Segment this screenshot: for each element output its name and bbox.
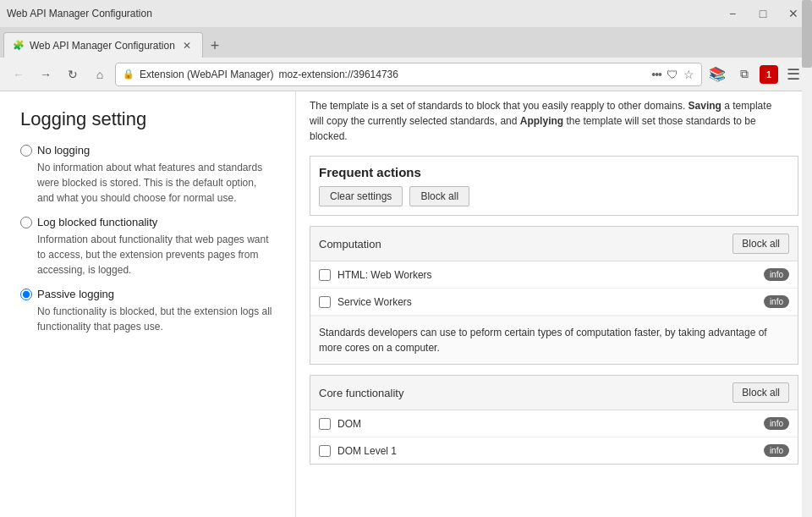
url-icons: ••• 🛡 ☆ (651, 68, 694, 81)
no-logging-text: No logging (37, 144, 90, 157)
html-web-workers-info-badge[interactable]: info (764, 268, 789, 281)
passive-logging-label[interactable]: Passive logging (20, 288, 275, 300)
window-controls: − □ ✕ (721, 2, 805, 25)
log-blocked-label[interactable]: Log blocked functionality (20, 216, 275, 228)
computation-title: Computation (319, 238, 381, 250)
block-all-frequent-button[interactable]: Block all (409, 186, 469, 206)
home-button[interactable]: ⌂ (88, 63, 112, 86)
frequent-actions-buttons: Clear settings Block all (319, 186, 789, 206)
core-functionality-title: Core functionality (319, 387, 403, 399)
tab-close-button[interactable]: ✕ (180, 39, 194, 52)
computation-description: Standards developers can use to peform c… (310, 316, 798, 364)
frequent-actions-section: Frequent actions Clear settings Block al… (310, 156, 798, 216)
service-workers-label: Service Workers (337, 296, 764, 308)
tab-label: Web API Manager Configuration (30, 40, 175, 52)
maximize-button[interactable]: □ (751, 2, 775, 25)
sidebar-button[interactable]: ⧉ (732, 63, 756, 86)
panel-title: Logging setting (20, 108, 275, 130)
scrollbar-track (802, 91, 812, 517)
computation-section-header: Computation Block all (310, 227, 798, 261)
html-web-workers-label: HTML: Web Workers (337, 269, 764, 281)
minimize-button[interactable]: − (721, 2, 744, 25)
active-tab[interactable]: 🧩 Web API Manager Configuration ✕ (3, 32, 203, 58)
notification-badge[interactable]: 1 (760, 65, 778, 84)
extension-icon: 🧩 (13, 40, 25, 51)
frequent-actions-title: Frequent actions (319, 165, 789, 179)
dom-level-1-checkbox[interactable] (319, 445, 331, 457)
back-button[interactable]: ← (7, 63, 30, 86)
dom-checkbox[interactable] (319, 418, 331, 430)
saving-bold: Saving (689, 100, 721, 112)
library-button[interactable]: 📚 (705, 63, 729, 86)
dom-level-1-info-badge[interactable]: info (764, 444, 789, 457)
html-web-workers-row: HTML: Web Workers info (310, 261, 798, 289)
nav-bar: ← → ↻ ⌂ 🔒 Extension (WebAPI Manager) moz… (0, 58, 812, 91)
passive-logging-radio[interactable] (20, 289, 32, 300)
clear-settings-button[interactable]: Clear settings (319, 186, 403, 206)
core-functionality-section: Core functionality Block all DOM info DO… (310, 375, 798, 465)
browser-frame: Web API Manager Configuration − □ ✕ 🧩 We… (0, 0, 812, 517)
no-logging-radio[interactable] (20, 145, 32, 157)
computation-section: Computation Block all HTML: Web Workers … (310, 226, 798, 365)
title-bar-text: Web API Manager Configuration (7, 8, 152, 19)
log-blocked-desc: Information about functionality that web… (37, 232, 275, 278)
html-web-workers-checkbox[interactable] (319, 269, 331, 281)
passive-logging-text: Passive logging (37, 288, 114, 300)
passive-logging-desc: No functionality is blocked, but the ext… (37, 304, 275, 334)
url-text: moz-extension://39614736 (279, 69, 647, 80)
star-icon[interactable]: ☆ (683, 68, 694, 81)
extension-label: Extension (WebAPI Manager) (140, 69, 274, 80)
dom-info-badge[interactable]: info (764, 417, 789, 430)
more-icon[interactable]: ••• (651, 68, 661, 81)
intro-text: The template is a set of standards to bl… (310, 98, 798, 144)
radio-option-log-blocked: Log blocked functionality Information ab… (20, 216, 275, 278)
applying-bold: Applying (520, 115, 563, 127)
no-logging-desc: No information about what features and s… (37, 160, 275, 206)
log-blocked-text: Log blocked functionality (37, 216, 157, 228)
log-blocked-radio[interactable] (20, 217, 32, 228)
service-workers-row: Service Workers info (310, 289, 798, 316)
title-bar: Web API Manager Configuration − □ ✕ (0, 0, 812, 27)
no-logging-label[interactable]: No logging (20, 144, 275, 157)
browser-nav-right: 📚 ⧉ 1 ☰ (705, 63, 805, 86)
right-panel: The template is a set of standards to bl… (296, 91, 812, 517)
forward-button[interactable]: → (34, 63, 58, 86)
service-workers-checkbox[interactable] (319, 296, 331, 308)
lock-icon: 🔒 (123, 69, 134, 80)
content-area: Logging setting No logging No informatio… (0, 91, 812, 517)
service-workers-info-badge[interactable]: info (764, 295, 789, 308)
dom-level-1-row: DOM Level 1 info (310, 437, 798, 464)
url-bar[interactable]: 🔒 Extension (WebAPI Manager) moz-extensi… (115, 63, 702, 86)
radio-option-no-logging: No logging No information about what fea… (20, 144, 275, 206)
dom-label: DOM (337, 418, 764, 430)
computation-block-all-button[interactable]: Block all (732, 234, 789, 254)
core-functionality-section-header: Core functionality Block all (310, 376, 798, 410)
new-tab-button[interactable]: + (203, 34, 227, 58)
dom-row: DOM info (310, 410, 798, 437)
reload-button[interactable]: ↻ (61, 63, 85, 86)
left-panel: Logging setting No logging No informatio… (0, 91, 296, 517)
core-functionality-block-all-button[interactable]: Block all (732, 382, 789, 403)
tab-bar: 🧩 Web API Manager Configuration ✕ + (0, 27, 812, 58)
shield-icon[interactable]: 🛡 (667, 68, 678, 81)
radio-option-passive-logging: Passive logging No functionality is bloc… (20, 288, 275, 334)
dom-level-1-label: DOM Level 1 (337, 445, 764, 457)
